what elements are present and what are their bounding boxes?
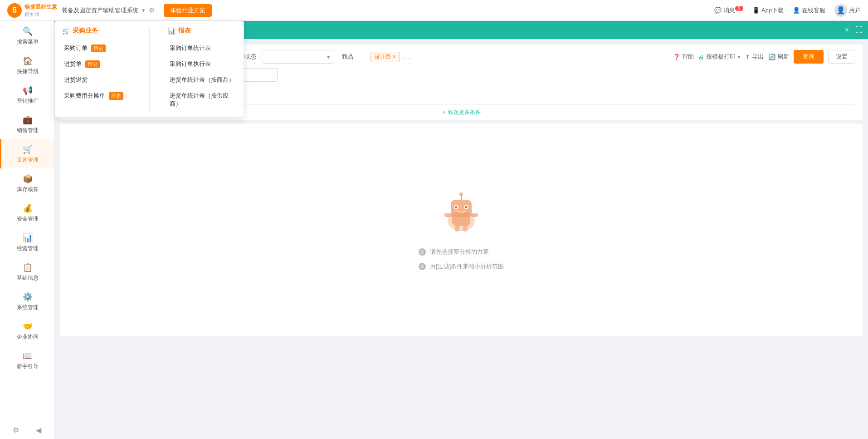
- system-icon: ⚙️: [23, 292, 33, 302]
- help-btn[interactable]: ❓ 帮助: [673, 53, 694, 61]
- stock-in-item[interactable]: 进货单 历史: [62, 56, 131, 72]
- purchase-expense-history-badge: 历史: [109, 92, 123, 100]
- set-btn[interactable]: 设置: [828, 50, 855, 64]
- svg-rect-12: [463, 225, 468, 232]
- purchase-order-stat-item[interactable]: 采购订单统计表: [168, 40, 237, 56]
- stock-in-stat-goods-item[interactable]: 进货单统计表（按商品）: [168, 72, 237, 88]
- stock-in-stat-goods-label: 进货单统计表（按商品）: [170, 76, 234, 84]
- purchase-order-exec-label: 采购订单执行表: [170, 60, 211, 68]
- goods-dots[interactable]: ...: [404, 53, 412, 60]
- sidebar-item-purchase[interactable]: 🛒 采购管理: [0, 139, 54, 168]
- refresh-btn[interactable]: 🔄 刷新: [768, 53, 789, 61]
- sidebar: 🔍 搜索菜单 🏠 快捷导航 📢 营销推广 💼 销售管理 🛒 采购管理 📦 库存核…: [0, 21, 54, 439]
- purchase-expense-label: 采购费用分摊单: [64, 92, 105, 100]
- svg-point-6: [465, 206, 468, 208]
- app-download-btn[interactable]: 📱 App下载: [752, 6, 784, 15]
- stock-return-label: 进货退货: [64, 76, 88, 84]
- tab-bar-right: × ⛶: [843, 24, 868, 36]
- service-icon: 👤: [793, 7, 800, 14]
- goods-label: 商品: [341, 53, 367, 61]
- svg-rect-11: [455, 225, 459, 232]
- sidebar-item-sales[interactable]: 💼 销售管理: [0, 109, 54, 139]
- sidebar-label-marketing: 营销推广: [17, 97, 39, 105]
- purchase-title-label: 采购业务: [73, 27, 98, 35]
- stock-icon: 📦: [23, 174, 33, 184]
- sidebar-item-finance[interactable]: 💰 资金管理: [0, 198, 54, 227]
- doc-status-arrow-icon: ▾: [327, 54, 330, 60]
- sidebar-item-system[interactable]: ⚙️ 系统管理: [0, 286, 54, 316]
- doc-status-filter: 单据状态 ▾: [233, 50, 334, 64]
- tip1-text: 请先选择要分析的方案: [430, 248, 489, 255]
- collapse-arrow-icon: ∧: [442, 109, 446, 115]
- query-btn[interactable]: 查询: [794, 50, 824, 64]
- sidebar-item-basic[interactable]: 📋 基础信息: [0, 257, 54, 286]
- report-icon-col: 📊: [168, 27, 176, 35]
- purchase-order-exec-item[interactable]: 采购订单执行表: [168, 56, 237, 72]
- purchase-expense-item[interactable]: 采购费用分摊单 历史: [62, 88, 131, 104]
- menu-divider: [149, 27, 150, 112]
- enterprise-icon: 🤝: [23, 321, 33, 331]
- stock-in-stat-supplier-item[interactable]: 进货单统计表（按供应商）: [168, 88, 237, 112]
- message-label: 消息: [723, 6, 735, 15]
- message-btn[interactable]: 💬 消息 5: [714, 6, 743, 15]
- doc-status-select[interactable]: ▾: [262, 50, 334, 64]
- empty-state: ① 请先选择要分析的方案 ② 用[过滤]条件来缩小分析范围: [60, 151, 863, 309]
- finance-icon: 💰: [23, 203, 33, 213]
- report-col: 📊 报表 采购订单统计表 采购订单执行表 进货单统计表（按商品） 进货单统计表（…: [168, 27, 237, 112]
- sidebar-label-purchase: 采购管理: [17, 156, 39, 164]
- sidebar-item-enterprise[interactable]: 🤝 企业协同: [0, 316, 54, 345]
- print-icon: 🖨: [698, 54, 704, 60]
- logo-icon: 6: [7, 3, 22, 18]
- sales-icon: 💼: [23, 115, 33, 125]
- goods-tag-value: 设计费: [375, 53, 391, 61]
- export-btn[interactable]: ⬆ 导出: [745, 53, 764, 61]
- sidebar-label-basic: 基础信息: [17, 274, 39, 282]
- empty-state-card: ① 请先选择要分析的方案 ② 用[过滤]条件来缩小分析范围: [60, 123, 863, 336]
- collapse-sidebar-btn[interactable]: ◀: [36, 426, 41, 434]
- purchase-icon: 🛒: [23, 144, 33, 154]
- logo-line2: 标准版: [24, 11, 57, 18]
- goods-tag-close-icon[interactable]: ×: [393, 54, 396, 60]
- purchase-dropdown-overlay: 🛒 采购业务 采购订单 历史 进货单 历史 进货退货 采购费用分摊单 历史: [54, 21, 244, 118]
- purchase-order-item[interactable]: 采购订单 历史: [62, 40, 131, 56]
- arrow-down-icon[interactable]: ▾: [142, 7, 145, 14]
- message-badge: 5: [735, 6, 743, 11]
- industry-btn[interactable]: 体验行业方案: [164, 4, 212, 17]
- basic-icon: 📋: [23, 262, 33, 272]
- sidebar-item-stock[interactable]: 📦 库存核算: [0, 168, 54, 198]
- search-icon: 🔍: [23, 26, 33, 36]
- print-btn[interactable]: 🖨 按模板打印 ▾: [698, 53, 741, 61]
- user-btn[interactable]: 👤 用户: [834, 4, 861, 17]
- report-title-label: 报表: [178, 27, 191, 35]
- online-service-btn[interactable]: 👤 在线客服: [793, 6, 825, 15]
- sidebar-label-operations: 经营管理: [17, 245, 39, 252]
- sidebar-item-quick[interactable]: 🏠 快捷导航: [0, 50, 54, 80]
- refresh-icon: 🔄: [768, 54, 775, 60]
- gear-icon[interactable]: ⚙: [149, 6, 155, 15]
- sidebar-item-guide[interactable]: 📖 新手引导: [0, 345, 54, 375]
- service-label: 在线客服: [802, 6, 825, 15]
- export-label: 导出: [752, 53, 764, 61]
- svg-rect-2: [451, 200, 472, 217]
- tip1-num: ①: [419, 248, 426, 256]
- tab-close-window-btn[interactable]: ×: [843, 24, 851, 36]
- home-icon: 🏠: [23, 56, 33, 66]
- refresh-label: 刷新: [777, 53, 789, 61]
- guide-icon: 📖: [23, 351, 33, 361]
- sidebar-item-operations[interactable]: 📊 经营管理: [0, 227, 54, 257]
- sidebar-item-search[interactable]: 🔍 搜索菜单: [0, 21, 54, 50]
- print-label: 按模板打印: [706, 53, 736, 61]
- salesman-dots: ...: [268, 72, 273, 79]
- tab-expand-btn[interactable]: ⛶: [853, 24, 864, 36]
- stock-return-item[interactable]: 进货退货: [62, 72, 131, 88]
- stock-in-label: 进货单: [64, 60, 82, 68]
- settings-btn[interactable]: ⚙: [13, 426, 19, 434]
- purchase-dropdown-menu: 🛒 采购业务 采购订单 历史 进货单 历史 进货退货 采购费用分摊单 历史: [54, 21, 244, 118]
- stock-in-stat-supplier-label: 进货单统计表（按供应商）: [170, 92, 235, 108]
- tip2-num: ②: [419, 263, 426, 270]
- sidebar-bottom: ⚙ ◀: [0, 421, 54, 439]
- logo-text: 畅捷通好生意 标准版: [24, 3, 57, 18]
- sidebar-item-marketing[interactable]: 📢 营销推广: [0, 80, 54, 109]
- stock-in-history-badge: 历史: [85, 60, 100, 68]
- user-label: 用户: [849, 6, 861, 15]
